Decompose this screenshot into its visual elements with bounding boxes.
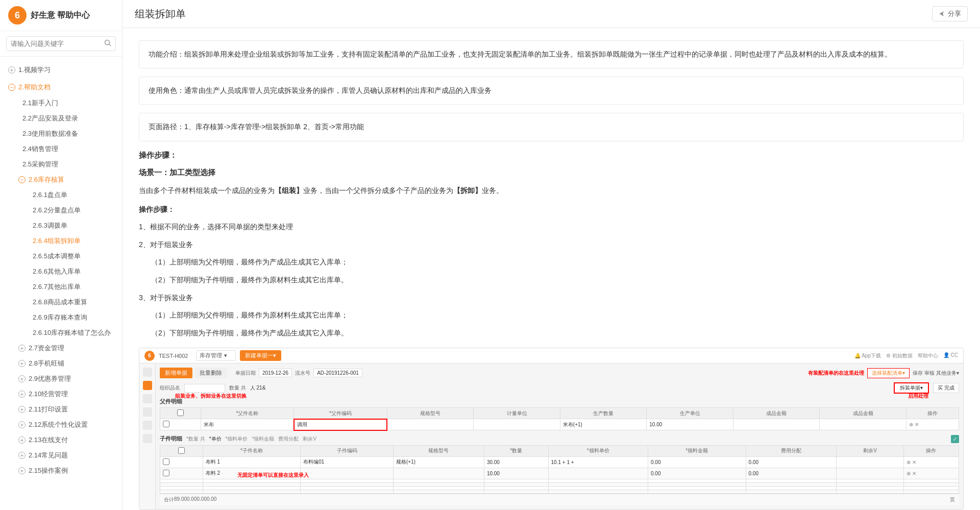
nav-group-2-13[interactable]: + 2.13在线支付 bbox=[18, 432, 122, 448]
path-text: 页面路径：1、库存核算->库存管理->组装拆卸单 2、首页->常用功能 bbox=[149, 123, 364, 131]
mock-lower-col-4: *数量 bbox=[484, 445, 548, 456]
mock-confirm-btn[interactable]: 买 完成 bbox=[933, 383, 959, 393]
nav-group-2-11[interactable]: + 2.11打印设置 bbox=[18, 402, 122, 417]
mock-lower-r2-copy[interactable]: ⊕ bbox=[906, 471, 911, 476]
svg-point-0 bbox=[105, 40, 110, 45]
page-title: 组装拆卸单 bbox=[135, 7, 186, 21]
mock-row-checkbox[interactable] bbox=[163, 421, 169, 427]
mock-lower-label: 子件明细 bbox=[160, 435, 182, 443]
nav-group-2: − 2.帮助文档 2.1新手入门 2.2产品安装及登录 2.3使用前数据准备 2… bbox=[0, 79, 122, 478]
mock-asm-value[interactable]: AD-20191226-001 bbox=[313, 369, 362, 377]
mock-type-row: 组织品名 数量 共 人 21& 拆装单据▾ 买 完成 组装业务、拆卸业务在这里切… bbox=[160, 382, 959, 394]
nav-item-2-6-3[interactable]: 2.6.3调拨单 bbox=[29, 218, 122, 233]
nav-group-2-9[interactable]: + 2.9优惠券管理 bbox=[18, 371, 122, 386]
nav-2-15-label: 2.15操作案例 bbox=[29, 466, 68, 475]
share-icon bbox=[939, 10, 946, 17]
nav-item-2-6-10[interactable]: 2.6.10库存账本错了怎么办 bbox=[29, 325, 122, 341]
mock-footer-amt1: 0.00 bbox=[187, 496, 197, 503]
mock-sidebar-icon-1 bbox=[143, 368, 152, 377]
mock-row-del[interactable]: ✕ bbox=[915, 422, 919, 427]
share-button[interactable]: 分享 bbox=[932, 6, 968, 21]
nav-item-2-4[interactable]: 2.4销售管理 bbox=[18, 141, 122, 157]
logo-icon: 6 bbox=[8, 6, 27, 25]
mock-lower-col-3: 规格型号 bbox=[394, 445, 484, 456]
mock-date-value[interactable]: 2019-12-26 bbox=[259, 369, 292, 377]
mock-lower-r2-price bbox=[548, 468, 648, 479]
mock-lower-row-1: 布料 1 布料编01 规格(+1) 30.00 10.1 + 1 + 0.00 … bbox=[160, 456, 959, 468]
mock-col-prod-amt: 成品金额 bbox=[733, 408, 820, 419]
mock-type-select-highlighted[interactable]: 拆装单据▾ bbox=[894, 382, 929, 394]
nav-item-2-6-8[interactable]: 2.6.8商品成本重算 bbox=[29, 295, 122, 310]
expand-icon: + bbox=[8, 66, 15, 74]
role-block: 使用角色：通常由生产人员或库管人员完成拆装业务的操作，库管人员确认原材料的出库和… bbox=[139, 77, 964, 105]
search-button[interactable] bbox=[100, 37, 115, 50]
mock-footer-amt2: 0.00 bbox=[197, 496, 207, 503]
step2-sub2: （2）下部明细为子件明细，最终作为原材料生成其它出库单。 bbox=[151, 273, 964, 287]
mock-type-label: 组织品名 bbox=[160, 384, 180, 392]
mock-company: TEST-H002 bbox=[159, 353, 188, 359]
nav-group-2-10[interactable]: + 2.10经营管理 bbox=[18, 386, 122, 402]
nav-item-2-6-4[interactable]: 2.6.4组装拆卸单 bbox=[29, 233, 122, 249]
nav-item-2-1[interactable]: 2.1新手入门 bbox=[18, 95, 122, 111]
scene1-title: 场景一：加工类型选择 bbox=[139, 168, 215, 177]
mock-lower-check-all[interactable] bbox=[178, 447, 185, 454]
nav-item-2-6-2[interactable]: 2.6.2分量盘点单 bbox=[29, 203, 122, 218]
mock-cell-parent-code: 调用 bbox=[294, 419, 387, 430]
mock-lower-r1-del[interactable]: ✕ bbox=[912, 459, 916, 465]
expand-icon-2-15: + bbox=[18, 467, 26, 474]
nav-group-video-learning[interactable]: + 1.视频学习 bbox=[0, 62, 122, 78]
nav-group-2-7[interactable]: + 2.7资金管理 bbox=[18, 341, 122, 356]
mock-tab-batch[interactable]: 批量删除 bbox=[194, 368, 227, 378]
nav-item-2-2[interactable]: 2.2产品安装及登录 bbox=[18, 111, 122, 126]
mock-col-unit: 计量单位 bbox=[474, 408, 560, 419]
mock-upper-row-1: 米布 调用 米布(+1) 10.00 ⊕ bbox=[160, 419, 959, 430]
nav-group-2-8[interactable]: + 2.8手机旺铺 bbox=[18, 356, 122, 371]
mock-fixed-bom-btn[interactable]: 选择装配清单▾ bbox=[867, 368, 910, 378]
mock-lower-r1-amt: 0.00 bbox=[648, 456, 746, 468]
mock-sidebar-icon-4 bbox=[143, 407, 152, 417]
nav-2-9-label: 2.9优惠券管理 bbox=[29, 374, 71, 383]
logo-area: 6 好生意 帮助中心 bbox=[0, 0, 122, 31]
mock-nav-icon-4: 👤 CC bbox=[943, 352, 958, 359]
mock-lower-header: 子件明细 *数量 共 *单价 *领料单价 *领料金额 费用分配 剩余V ⤢ bbox=[160, 435, 959, 443]
nav-item-2-6-5[interactable]: 2.6.5成本调整单 bbox=[29, 249, 122, 264]
step3-subs: （1）上部明细为父件明细，最终作为原材料生成其它出库单； （2）下部明细为子件明… bbox=[139, 308, 964, 339]
nav-item-2-6-1[interactable]: 2.6.1盘点单 bbox=[29, 187, 122, 203]
nav-subgroup-2-6: − 2.6库存核算 2.6.1盘点单 2.6.2分量盘点单 2.6.3调拨单 2… bbox=[18, 172, 122, 341]
nav-item-2-3[interactable]: 2.3使用前数据准备 bbox=[18, 126, 122, 141]
nav-2-8-label: 2.8手机旺铺 bbox=[29, 359, 64, 368]
nav-group-2-15[interactable]: + 2.15操作案例 bbox=[18, 463, 122, 478]
mock-row-copy[interactable]: ⊕ bbox=[909, 422, 913, 427]
search-area bbox=[0, 31, 122, 57]
mock-expand-icon[interactable]: ⤢ bbox=[951, 435, 959, 443]
mock-nav-icon-2: ⚙ 初始数据 bbox=[886, 352, 913, 359]
mock-lower-r2-qty: 10.00 bbox=[484, 468, 548, 479]
mock-tab-active[interactable]: 新增单据 bbox=[160, 368, 192, 378]
nav-item-2-6-6[interactable]: 2.6.6其他入库单 bbox=[29, 264, 122, 279]
mock-check-all[interactable] bbox=[177, 409, 184, 416]
nav-item-2-6-7[interactable]: 2.6.7其他出库单 bbox=[29, 279, 122, 295]
mock-new-btn[interactable]: 新建单据一▾ bbox=[240, 350, 281, 361]
mock-sidebar-icon-2 bbox=[143, 381, 152, 390]
svg-line-1 bbox=[109, 44, 111, 46]
nav-group-help-docs[interactable]: − 2.帮助文档 bbox=[0, 79, 122, 95]
nav-item-2-5[interactable]: 2.5采购管理 bbox=[18, 157, 122, 172]
nav-item-2-6-9[interactable]: 2.6.9库存账本查询 bbox=[29, 310, 122, 325]
mock-lower-r1-remain bbox=[837, 456, 903, 468]
annotation-text-1: 有装配清单的在这里处理 bbox=[808, 370, 864, 377]
mock-org-input[interactable] bbox=[184, 384, 225, 393]
mock-lower-r2-check[interactable] bbox=[163, 470, 169, 476]
mock-module-dropdown[interactable]: 库存管理 ▾ bbox=[196, 350, 235, 361]
mock-lower-r1-check[interactable] bbox=[163, 458, 169, 465]
mock-lower-col-7: 费用分配 bbox=[746, 445, 837, 456]
nav-group-2-14[interactable]: + 2.14常见问题 bbox=[18, 448, 122, 463]
mock-col-prod-qty: 生产数量 bbox=[560, 408, 647, 419]
search-input[interactable] bbox=[7, 37, 100, 51]
mock-lower-r2-del[interactable]: ✕ bbox=[912, 471, 916, 476]
mock-lower-r1-copy[interactable]: ⊕ bbox=[906, 459, 911, 465]
mock-nums-value: 人 21& bbox=[250, 384, 266, 392]
nav-group-2-6[interactable]: − 2.6库存核算 bbox=[18, 172, 122, 187]
mock-sub-qty: *数量 共 bbox=[186, 435, 205, 443]
mock-lower-r1-dist: 0.00 bbox=[746, 456, 837, 468]
nav-group-2-12[interactable]: + 2.12系统个性化设置 bbox=[18, 417, 122, 432]
